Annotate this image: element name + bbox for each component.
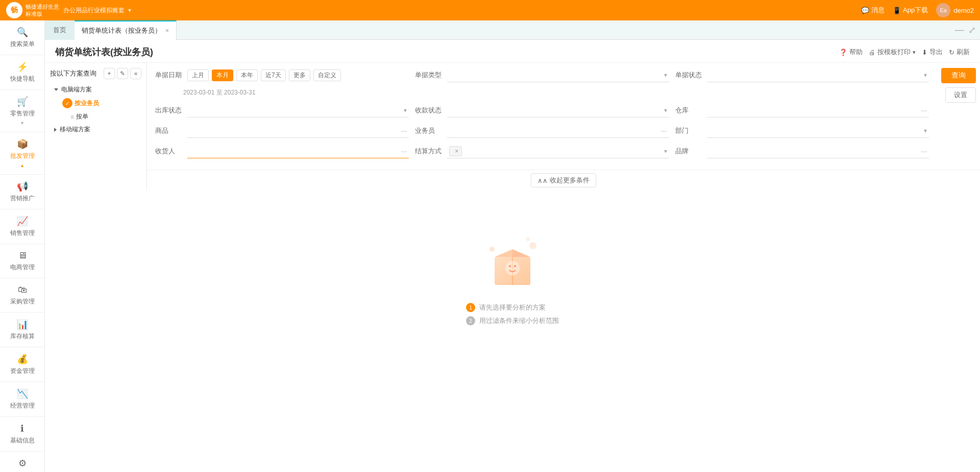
svg-point-7 [489,247,495,252]
sidebar-item-wholesale[interactable]: 📦 批发管理 ▴ [0,132,44,175]
filter-payment-status-field: 收款状态 ▾ [415,103,669,117]
app-download-label: App下载 [903,6,928,15]
filter-doc-type-field: 单据类型 ▾ [415,68,669,82]
filter-goods-field: 商品 ··· [155,124,409,138]
help-btn[interactable]: ❓ 帮助 [839,48,863,57]
sidebar-item-search[interactable]: 🔍 搜索菜单 [0,20,44,55]
refresh-label: 刷新 [957,48,970,57]
payment-method-tag: × [449,146,462,156]
doc-status-label: 单据状态 [675,70,703,80]
collapse-more-btn[interactable]: ∧∧ 收起更多条件 [531,173,596,187]
tab-close-btn[interactable]: × [165,27,169,34]
filter-out-status-field: 出库状态 ▾ [155,103,409,117]
tab-bar-actions: — ⤢ [955,25,980,36]
goods-dots: ··· [401,127,407,135]
doc-type-label: 单据类型 [415,70,443,80]
svg-point-6 [514,265,516,267]
hint-text-2: 用过滤条件来缩小分析范围 [479,316,559,325]
scheme-add-btn[interactable]: + [104,68,115,79]
scheme-edit-btn[interactable]: ✎ [117,68,128,79]
doc-type-input[interactable]: ▾ [447,68,669,82]
scheme-icons: + ✎ « [104,68,141,79]
home-tab-label: 首页 [53,26,66,35]
tab-home[interactable]: 首页 [45,20,75,40]
doc-status-input[interactable]: ▾ [707,68,929,82]
scheme-panel: 按以下方案查询 + ✎ « [45,63,147,191]
page-header: 销货单统计表(按业务员) ❓ 帮助 🖨 按模板打印 ▾ ⬇ [45,40,980,63]
app-download-btn[interactable]: 📱 App下载 [893,6,928,15]
salesperson-input[interactable]: ··· [447,124,669,138]
out-status-chevron: ▾ [404,107,407,114]
help-label: 帮助 [849,48,863,57]
messages-btn[interactable]: 💬 消息 [861,6,885,15]
print-btn[interactable]: 🖨 按模板打印 ▾ [869,48,916,57]
gear-icon: ⚙ [18,458,27,469]
filter-row-3: 商品 ··· 业务员 [155,124,929,138]
receiver-input[interactable]: ··· [187,144,409,158]
query-button[interactable]: 查询 [941,68,976,83]
tag-remove-btn[interactable]: × [455,148,458,155]
message-icon: 💬 [861,7,869,14]
refresh-btn[interactable]: ↻ 刷新 [949,48,970,57]
this-month-btn[interactable]: 本月 [212,69,233,81]
sidebar-item-purchase[interactable]: 🛍 采购管理 [0,278,44,313]
avatar: Ea [936,3,950,17]
scheme-collapse-btn[interactable]: « [130,68,141,79]
sidebar-item-inventory[interactable]: 📊 库存核算 [0,313,44,347]
filter-row-1: 单据日期 上月 本月 本年 近7天 更多 自定义 [155,68,929,82]
filter-container: 按以下方案查询 + ✎ « [45,63,980,191]
desktop-group[interactable]: 电脑端方案 [50,83,141,96]
more-btn[interactable]: 更多 [289,69,310,81]
goods-input[interactable]: ··· [187,124,409,138]
sidebar-item-sales[interactable]: 📈 销售管理 [0,209,44,244]
scheme-by-salesperson[interactable]: ✓ 按业务员 [58,96,141,110]
filter-fields-and-btn: 单据日期 上月 本月 本年 近7天 更多 自定义 [147,63,980,170]
user-area[interactable]: Ea demo2 [936,3,974,17]
svg-point-8 [529,242,536,249]
hint-num-2: 2 [466,316,475,325]
top-bar: 畅 畅捷通好生意 标准版 办公用品行业模拟账套 ▾ 💬 消息 📱 App下载 E… [0,0,980,20]
payment-method-input[interactable]: × ▾ [447,144,669,158]
svg-point-5 [509,265,511,267]
sidebar-item-ecommerce[interactable]: 🖥 电商管理 [0,244,44,278]
receiver-label: 收货人 [155,147,183,156]
print-icon: 🖨 [869,49,875,56]
sidebar-label-sales: 销售管理 [10,229,35,238]
sidebar-item-marketing[interactable]: 📢 营销推广 [0,175,44,209]
top-bar-title: 办公用品行业模拟账套 ▾ [59,6,861,15]
custom-btn[interactable]: 自定义 [313,69,341,81]
filter-brand-field: 品牌 ··· [675,144,929,158]
dropdown-icon[interactable]: ▾ [128,7,131,14]
this-year-btn[interactable]: 本年 [236,69,258,81]
out-status-input[interactable]: ▾ [187,103,409,117]
page-content: 销货单统计表(按业务员) ❓ 帮助 🖨 按模板打印 ▾ ⬇ [45,40,980,472]
warehouse-input[interactable]: ··· [707,103,929,117]
top-bar-right: 💬 消息 📱 App下载 Ea demo2 [861,3,974,17]
svg-marker-1 [495,249,512,257]
mobile-expand-icon [54,128,57,132]
sidebar-item-retail[interactable]: 🛒 零售管理 ▾ [0,90,44,132]
scheme-by-order[interactable]: ≡ 按单 [58,110,141,123]
order-scheme-icon: ≡ [70,113,74,121]
brand-input[interactable]: ··· [707,144,929,158]
last7-btn[interactable]: 近7天 [261,69,286,81]
doc-status-chevron: ▾ [924,72,927,79]
filter-department-field: 部门 ▾ [675,124,929,138]
payment-status-input[interactable]: ▾ [447,103,669,117]
tab-maximize-btn[interactable]: ⤢ [968,25,976,36]
sidebar-item-system[interactable]: ⚙ 系统管理 [0,452,44,472]
sidebar-item-quicknav[interactable]: ⚡ 快捷导航 [0,55,44,90]
logo-icon: 畅 [6,2,22,18]
last-month-btn[interactable]: 上月 [187,69,209,81]
mobile-group[interactable]: 移动端方案 [50,123,141,136]
wholesale-arrow: ▴ [21,162,23,168]
tab-active-report[interactable]: 销货单统计表（按业务员） × [75,20,177,40]
tab-minimize-btn[interactable]: — [955,25,964,35]
sidebar-item-operations[interactable]: 📉 经营管理 [0,382,44,417]
brand-dots: ··· [921,147,927,155]
sidebar-item-finance[interactable]: 💰 资金管理 [0,347,44,382]
sidebar-item-basic-info[interactable]: ℹ 基础信息 [0,417,44,452]
department-input[interactable]: ▾ [707,124,929,138]
export-btn[interactable]: ⬇ 导出 [922,48,943,57]
settings-button[interactable]: 设置 [945,87,976,103]
